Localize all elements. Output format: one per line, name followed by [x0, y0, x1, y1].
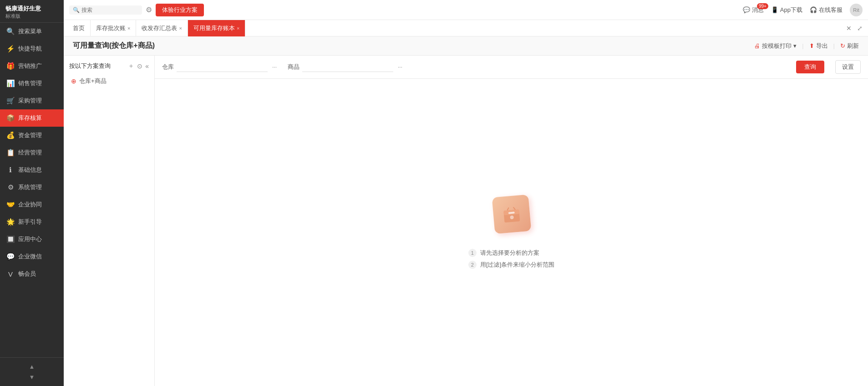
marketing-icon: 🎁 — [6, 62, 15, 70]
page-actions: 🖨 按模板打印 ▾ | ⬆ 导出 | ↻ 刷新 — [754, 42, 859, 50]
sidebar-label-operation: 经营管理 — [18, 149, 42, 157]
empty-box-icon — [492, 195, 531, 234]
phone-icon: 📱 — [771, 6, 778, 13]
refresh-icon: ↻ — [840, 42, 845, 49]
search-icon: 🔍 — [73, 7, 80, 13]
settings-scheme-icon[interactable]: ⊙ — [137, 62, 142, 70]
hint-2: 2 用[过滤]条件来缩小分析范围 — [468, 261, 554, 269]
message-badge: 99+ — [757, 3, 768, 9]
scheme-item-warehouse-product[interactable]: ⊕ 仓库+商品 — [64, 74, 154, 88]
warehouse-more-icon[interactable]: ··· — [272, 64, 277, 70]
search-icon: 🔍 — [6, 27, 15, 36]
export-icon: ⬆ — [809, 42, 814, 49]
print-action[interactable]: 🖨 按模板打印 ▾ — [754, 42, 797, 50]
tab-batch[interactable]: 库存批次账× — [91, 20, 136, 36]
system-icon: ⚙ — [6, 183, 15, 191]
refresh-action[interactable]: ↻ 刷新 — [840, 42, 859, 50]
sidebar-label-member: 畅会员 — [18, 270, 36, 278]
sidebar-label-quick: 快捷导航 — [18, 45, 42, 53]
brand-version: 标准版 — [5, 13, 58, 20]
sidebar-label-finance: 资金管理 — [18, 131, 42, 139]
sidebar-item-guide[interactable]: 🌟新手引导 — [0, 213, 64, 231]
tab-close-batch[interactable]: × — [127, 26, 130, 31]
search-input[interactable] — [81, 7, 127, 13]
tab-home[interactable]: 首页 — [67, 20, 91, 36]
warehouse-label: 仓库 — [162, 63, 174, 71]
topbar-right: 💬 消息 99+ 📱 App下载 🎧 在线客服 Rit — [743, 4, 863, 16]
hint-text-2: 用[过滤]条件来缩小分析范围 — [480, 261, 554, 269]
user-area[interactable]: Rit — [850, 4, 863, 16]
sidebar-item-basic[interactable]: ℹ基础信息 — [0, 161, 64, 179]
sidebar-item-quick[interactable]: ⚡快捷导航 — [0, 40, 64, 57]
collapse-icon[interactable]: « — [145, 62, 149, 70]
hint-num-1: 1 — [468, 249, 477, 257]
sidebar-item-purchase[interactable]: 🛒采购管理 — [0, 92, 64, 109]
message-icon: 💬 — [743, 6, 750, 13]
empty-state: 1 请先选择要分析的方案 2 用[过滤]条件来缩小分析范围 — [155, 79, 868, 386]
tab-available[interactable]: 可用量库存账本× — [188, 20, 245, 36]
product-filter: 商品 ··· — [288, 62, 402, 72]
warehouse-filter: 仓库 ··· — [162, 62, 277, 72]
sidebar-item-system[interactable]: ⚙系统管理 — [0, 179, 64, 196]
sidebar-nav: 🔍搜索菜单⚡快捷导航🎁营销推广📊销售管理🛒采购管理📦库存核算💰资金管理📋经营管理… — [0, 23, 64, 357]
settings-button[interactable]: 设置 — [835, 60, 861, 74]
warehouse-input[interactable] — [177, 62, 268, 72]
add-scheme-icon[interactable]: ＋ — [128, 62, 134, 70]
hint-1: 1 请先选择要分析的方案 — [468, 249, 554, 257]
scheme-label: 仓库+商品 — [79, 77, 107, 85]
tab-summary[interactable]: 收发存汇总表× — [136, 20, 188, 36]
tab-label-summary: 收发存汇总表 — [142, 24, 177, 32]
tabs-bar: 首页库存批次账×收发存汇总表×可用量库存账本× ✕ ⤢ — [64, 20, 868, 36]
quick-icon: ⚡ — [6, 45, 15, 53]
hint-text-1: 请先选择要分析的方案 — [480, 249, 539, 257]
close-tab-icon[interactable]: ✕ — [844, 23, 853, 34]
sidebar-header: 畅康通好生意 标准版 — [0, 0, 64, 23]
sidebar-item-apps[interactable]: 🔲应用中心 — [0, 231, 64, 248]
sidebar-item-finance[interactable]: 💰资金管理 — [0, 127, 64, 144]
filter-row: 仓库 ··· 商品 ··· 查询 设置 — [155, 56, 868, 79]
product-input[interactable] — [302, 62, 393, 72]
sidebar-item-marketing[interactable]: 🎁营销推广 — [0, 57, 64, 75]
maximize-icon[interactable]: ⤢ — [855, 23, 864, 34]
sidebar-label-inventory: 库存核算 — [18, 114, 42, 122]
sidebar-item-member[interactable]: V畅会员 — [0, 265, 64, 283]
service-label: 在线客服 — [819, 6, 843, 14]
sales-icon: 📊 — [6, 79, 15, 87]
app-download-area[interactable]: 📱 App下载 — [771, 6, 802, 14]
tab-close-available[interactable]: × — [237, 26, 239, 31]
export-action[interactable]: ⬆ 导出 — [809, 42, 828, 50]
sidebar-bottom: ▲ ▼ — [0, 357, 64, 386]
industry-button[interactable]: 体验行业方案 — [156, 4, 204, 16]
search-box[interactable]: 🔍 — [69, 5, 142, 15]
sidebar-item-enterprise[interactable]: 🤝企业协同 — [0, 196, 64, 213]
online-service-area[interactable]: 🎧 在线客服 — [810, 6, 843, 14]
apps-icon: 🔲 — [6, 235, 15, 243]
sidebar-label-wechat: 企业微信 — [18, 252, 42, 261]
gear-icon[interactable]: ⚙ — [146, 5, 152, 14]
sidebar-item-operation[interactable]: 📋经营管理 — [0, 144, 64, 161]
svg-line-4 — [507, 207, 509, 210]
hint-num-2: 2 — [468, 261, 477, 269]
empty-hints: 1 请先选择要分析的方案 2 用[过滤]条件来缩小分析范围 — [468, 249, 554, 269]
sidebar-scroll-down[interactable]: ▼ — [0, 372, 64, 382]
print-chevron[interactable]: ▾ — [793, 42, 797, 49]
divider2: | — [833, 42, 835, 49]
refresh-label: 刷新 — [847, 42, 859, 50]
sidebar-item-wechat[interactable]: 💬企业微信 — [0, 248, 64, 265]
sidebar-label-basic: 基础信息 — [18, 166, 42, 174]
tab-label-batch: 库存批次账 — [96, 24, 126, 32]
sidebar-item-search[interactable]: 🔍搜索菜单 — [0, 23, 64, 40]
message-icon-area[interactable]: 💬 消息 99+ — [743, 6, 764, 14]
left-panel: 按以下方案查询 ＋ ⊙ « ⊕ 仓库+商品 — [64, 56, 155, 386]
product-more-icon[interactable]: ··· — [398, 64, 402, 70]
sidebar-scroll-up[interactable]: ▲ — [0, 361, 64, 372]
tab-close-summary[interactable]: × — [179, 26, 182, 31]
basic-icon: ℹ — [6, 166, 15, 174]
query-button[interactable]: 查询 — [796, 61, 824, 73]
left-panel-actions: ＋ ⊙ « — [128, 62, 149, 70]
sidebar-item-inventory[interactable]: 📦库存核算 — [0, 109, 64, 127]
operation-icon: 📋 — [6, 149, 15, 157]
sidebar-label-enterprise: 企业协同 — [18, 201, 42, 209]
page-title: 可用量查询(按仓库+商品) — [73, 41, 155, 51]
sidebar-item-sales[interactable]: 📊销售管理 — [0, 75, 64, 92]
